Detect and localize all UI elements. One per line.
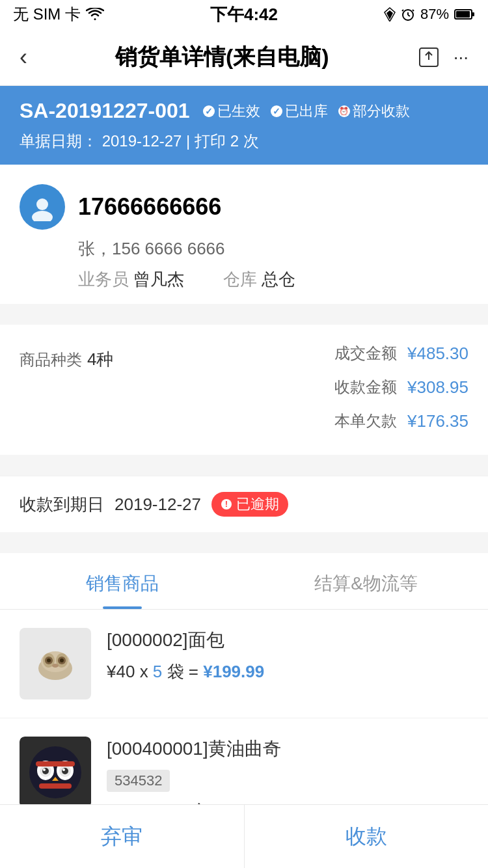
- svg-rect-32: [36, 761, 75, 766]
- amount-value: ¥485.30: [407, 344, 468, 364]
- owl-image-placeholder: [20, 737, 91, 808]
- svg-text:!: !: [225, 499, 228, 509]
- sales-person: 业务员 曾凡杰: [78, 268, 184, 291]
- location-icon: [384, 7, 396, 21]
- customer-contact: 张，156 6666 6666: [20, 237, 468, 260]
- shipped-icon: ✓: [271, 105, 282, 117]
- order-header-top: SA-20191227-001 ✓ 已生效 ✓ 已出库 ⏰ 部分收款: [20, 99, 468, 123]
- nav-left: ‹: [20, 44, 27, 71]
- received-value: ¥308.95: [407, 377, 468, 398]
- svg-point-8: [36, 198, 48, 210]
- received-row: 收款金额 ¥308.95: [334, 377, 468, 398]
- customer-id: 17666666666: [78, 193, 221, 221]
- avatar: [20, 184, 65, 230]
- svg-rect-4: [472, 12, 474, 16]
- alarm-icon: [401, 7, 415, 21]
- svg-line-2: [408, 15, 410, 16]
- back-button[interactable]: ‹: [20, 44, 27, 71]
- page-title: 销货单详情(来自电脑): [115, 42, 329, 72]
- nav-right: ···: [417, 46, 468, 69]
- wifi-icon: [86, 8, 104, 21]
- product-image-cookie: [20, 737, 91, 808]
- svg-point-18: [47, 658, 51, 662]
- product-name-bread: [0000002]面包: [107, 628, 468, 653]
- summary-left: 商品种类 4种: [20, 343, 113, 371]
- collect-payment-button[interactable]: 收款: [245, 805, 489, 868]
- product-info-bread: [0000002]面包 ¥40 x 5 袋 = ¥199.99: [107, 628, 468, 683]
- svg-point-20: [52, 664, 59, 668]
- status-badges: ✓ 已生效 ✓ 已出库 ⏰ 部分收款: [203, 102, 410, 121]
- svg-rect-5: [456, 11, 470, 18]
- svg-point-26: [42, 768, 49, 774]
- product-types: 商品种类 4种: [20, 348, 113, 371]
- effective-icon: ✓: [203, 105, 215, 117]
- tab-settlement[interactable]: 结算&物流等: [244, 553, 488, 609]
- due-section: 收款到期日 2019-12-27 ! 已逾期: [0, 476, 488, 532]
- product-badge-cookie: 534532: [107, 770, 170, 792]
- product-image-bread: [20, 628, 91, 699]
- more-button[interactable]: ···: [454, 47, 468, 68]
- battery-percent: 87%: [420, 6, 449, 23]
- divider-1: [0, 304, 488, 314]
- customer-top: 17666666666: [20, 184, 468, 230]
- svg-rect-31: [39, 783, 72, 789]
- bottom-bar: 弃审 收款: [0, 804, 488, 868]
- summary-grid: 商品种类 4种 成交金额 ¥485.30 收款金额 ¥308.95 本单欠款 ¥…: [20, 343, 468, 437]
- partial-icon: ⏰: [338, 105, 350, 117]
- debt-value: ¥176.35: [407, 411, 468, 431]
- amount-row: 成交金额 ¥485.30: [334, 343, 468, 364]
- order-id: SA-20191227-001: [20, 99, 190, 123]
- badge-effective: ✓ 已生效: [203, 102, 260, 121]
- order-date: 单据日期： 2019-12-27 | 打印 2 次: [20, 131, 468, 152]
- summary-section: 商品种类 4种 成交金额 ¥485.30 收款金额 ¥308.95 本单欠款 ¥…: [0, 325, 488, 455]
- status-time: 下午4:42: [210, 3, 278, 26]
- battery-icon: [454, 8, 475, 20]
- badge-shipped: ✓ 已出库: [271, 102, 328, 121]
- avatar-icon: [28, 193, 57, 221]
- product-price-bread: ¥40 x 5 袋 = ¥199.99: [107, 660, 468, 683]
- owl-placeholder-icon: [33, 641, 78, 686]
- svg-point-21: [29, 746, 81, 798]
- status-right: 87%: [384, 6, 475, 23]
- warning-icon: !: [221, 498, 232, 510]
- sim-status: 无 SIM 卡: [13, 4, 81, 25]
- svg-point-29: [62, 768, 65, 771]
- product-name-cookie: [000400001]黄油曲奇: [107, 737, 468, 761]
- order-header: SA-20191227-001 ✓ 已生效 ✓ 已出库 ⏰ 部分收款: [0, 86, 488, 165]
- status-bar: 无 SIM 卡 下午4:42 87%: [0, 0, 488, 29]
- share-icon[interactable]: [417, 46, 441, 69]
- tab-products[interactable]: 销售商品: [0, 553, 244, 609]
- badge-partial-payment: ⏰ 部分收款: [338, 102, 410, 121]
- debt-row: 本单欠款 ¥176.35: [334, 411, 468, 431]
- product-item: [0000002]面包 ¥40 x 5 袋 = ¥199.99: [0, 610, 488, 718]
- nav-bar: ‹ 销货单详情(来自电脑) ···: [0, 29, 488, 86]
- customer-section: 17666666666 张，156 6666 6666 业务员 曾凡杰 仓库 总…: [0, 165, 488, 304]
- overdue-badge: ! 已逾期: [211, 492, 288, 517]
- customer-meta: 业务员 曾凡杰 仓库 总仓: [20, 268, 468, 291]
- bread-image-placeholder: [20, 628, 91, 699]
- svg-point-9: [32, 211, 53, 221]
- divider-3: [0, 532, 488, 543]
- svg-point-27: [62, 768, 68, 774]
- owl-image-icon: [26, 743, 85, 802]
- divider-2: [0, 455, 488, 465]
- svg-point-28: [43, 768, 46, 771]
- summary-right: 成交金额 ¥485.30 收款金额 ¥308.95 本单欠款 ¥176.35: [334, 343, 468, 437]
- abandon-review-button[interactable]: 弃审: [0, 805, 245, 868]
- svg-point-19: [60, 658, 64, 662]
- warehouse: 仓库 总仓: [223, 268, 295, 291]
- status-left: 无 SIM 卡: [13, 4, 104, 25]
- tabs: 销售商品 结算&物流等: [0, 553, 488, 610]
